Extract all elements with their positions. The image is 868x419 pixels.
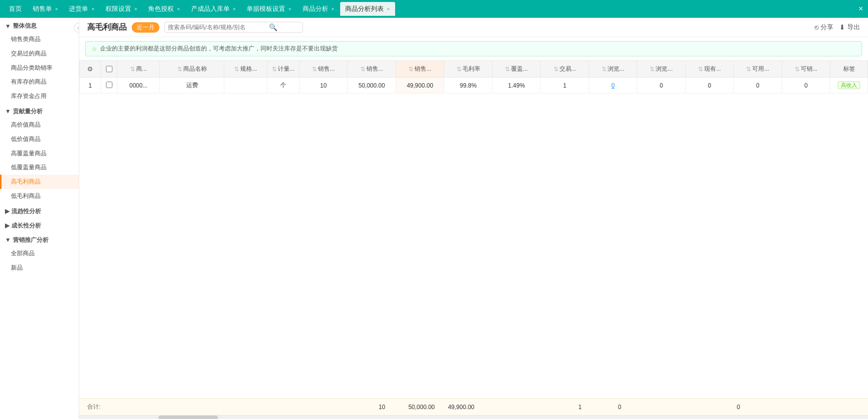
close-icon[interactable]: ×	[233, 6, 236, 12]
sidebar-item-category-rate[interactable]: 商品分类助销率	[0, 61, 79, 75]
cell-spec	[224, 78, 267, 93]
sidebar-item-low-value[interactable]: 低价值商品	[0, 132, 79, 146]
sidebar: « ▼ 整体信息 销售类商品 交易过的商品 商品分类助销率 有库存的商品 库存资…	[0, 18, 79, 419]
nav-role[interactable]: 角色授权 ×	[143, 2, 185, 16]
sidebar-item-in-stock[interactable]: 有库存的商品	[0, 75, 79, 89]
footer-cells: 10 50,000.00 49,900.00 1 0 0	[114, 404, 860, 411]
content-header: 高毛利商品 近一月 🔍 ⎋ 分享 ⬇ 导出	[79, 18, 868, 37]
nav-home[interactable]: 首页	[4, 2, 27, 16]
sort-icon: ⇅	[795, 66, 800, 73]
cell-current-stock: 0	[685, 78, 733, 93]
th-tag[interactable]: 标签	[830, 61, 868, 78]
filter-recent-month-btn[interactable]: 近一月	[132, 22, 159, 33]
th-check[interactable]	[101, 61, 117, 78]
top-nav: 首页 销售单 × 进货单 × 权限设置 × 角色授权 × 产成品入库单 × 单据…	[0, 0, 868, 18]
cell-sales-profit: 49,900.00	[396, 78, 444, 93]
sidebar-group-marketing[interactable]: ▼ 营销推广分析	[0, 232, 79, 246]
th-unit[interactable]: ⇅ 计量...	[267, 61, 300, 78]
sidebar-item-high-coverage[interactable]: 高覆盖量商品	[0, 146, 79, 161]
sidebar-group-growth[interactable]: ▶ 成长性分析	[0, 218, 79, 232]
footer-cell-empty1	[481, 404, 520, 411]
sort-icon: ⇅	[234, 66, 239, 73]
row-checkbox[interactable]	[106, 82, 112, 88]
footer-cell-empty3	[639, 404, 679, 411]
search-icon[interactable]: 🔍	[269, 23, 277, 31]
close-icon[interactable]: ×	[387, 6, 390, 12]
th-browse1[interactable]: ⇅ 浏览...	[589, 61, 637, 78]
chevron-down-icon: ▼	[5, 236, 11, 243]
settings-icon[interactable]: ⚙	[87, 65, 93, 73]
sort-icon: ⇅	[505, 66, 510, 73]
table-container: ⚙ ⇅ 商...	[79, 60, 868, 398]
sidebar-item-new-goods[interactable]: 新品	[0, 261, 79, 275]
sort-icon: ⇅	[602, 66, 607, 73]
chevron-right-icon: ▶	[5, 222, 9, 229]
cell-browse2: 0	[637, 78, 685, 93]
sidebar-item-low-margin[interactable]: 低毛利商品	[0, 189, 79, 203]
close-icon[interactable]: ×	[177, 6, 180, 12]
sidebar-group-overall[interactable]: ▼ 整体信息	[0, 18, 79, 32]
cell-browse1[interactable]: 0	[589, 78, 637, 93]
sidebar-group-trend[interactable]: ▶ 流趋性分析	[0, 203, 79, 218]
footer-sales-profit: 49,900.00	[441, 404, 481, 411]
nav-analysis-list[interactable]: 商品分析列表 ×	[340, 2, 395, 16]
footer-cell-empty5	[758, 404, 798, 411]
sidebar-item-high-value[interactable]: 高价值商品	[0, 118, 79, 132]
nav-template[interactable]: 单据模板设置 ×	[242, 2, 296, 16]
export-btn[interactable]: ⬇ 导出	[839, 23, 860, 32]
footer-available: 0	[718, 404, 758, 411]
sidebar-item-high-margin[interactable]: 高毛利商品	[0, 175, 79, 189]
th-browse2[interactable]: ⇅ 浏览...	[637, 61, 685, 78]
nav-sales[interactable]: 销售单 ×	[28, 2, 63, 16]
close-icon[interactable]: ×	[288, 6, 291, 12]
select-all-checkbox[interactable]	[106, 66, 112, 72]
th-saleable[interactable]: ⇅ 可销...	[782, 61, 830, 78]
th-code[interactable]: ⇅ 商...	[117, 61, 160, 78]
th-spec[interactable]: ⇅ 规格...	[224, 61, 267, 78]
window-close-icon[interactable]: ×	[859, 4, 863, 13]
th-gross-margin[interactable]: ⇅ 毛利率	[444, 61, 492, 78]
sort-icon: ⇅	[360, 66, 365, 73]
cell-transaction: 1	[541, 78, 589, 93]
sort-icon: ⇅	[130, 66, 135, 73]
main-layout: « ▼ 整体信息 销售类商品 交易过的商品 商品分类助销率 有库存的商品 库存资…	[0, 18, 868, 419]
share-btn[interactable]: ⎋ 分享	[815, 23, 833, 32]
header-actions: ⎋ 分享 ⬇ 导出	[815, 23, 860, 32]
data-table: ⚙ ⇅ 商...	[79, 60, 868, 93]
table-body: 1 0000... 运费 个 10 50,000.00 49,900.00 99…	[80, 78, 868, 93]
sidebar-item-traded-goods[interactable]: 交易过的商品	[0, 47, 79, 61]
th-coverage[interactable]: ⇅ 覆盖...	[492, 61, 540, 78]
sidebar-item-low-coverage[interactable]: 低覆盖量商品	[0, 160, 79, 175]
close-icon[interactable]: ×	[91, 6, 94, 12]
th-available[interactable]: ⇅ 可用...	[734, 61, 782, 78]
close-icon[interactable]: ×	[55, 6, 58, 12]
th-sales-amt[interactable]: ⇅ 销售...	[348, 61, 396, 78]
search-input[interactable]	[168, 24, 267, 31]
info-icon: ☆	[92, 46, 97, 52]
sidebar-item-sales-goods[interactable]: 销售类商品	[0, 32, 79, 47]
cell-coverage: 1.49%	[492, 78, 540, 93]
th-transaction[interactable]: ⇅ 交易...	[541, 61, 589, 78]
footer-sales-qty: 10	[362, 404, 402, 411]
nav-permission[interactable]: 权限设置 ×	[101, 2, 142, 16]
th-sales-profit[interactable]: ⇅ 销售...	[396, 61, 444, 78]
table-row: 1 0000... 运费 个 10 50,000.00 49,900.00 99…	[80, 78, 868, 93]
sort-icon: ⇅	[177, 66, 182, 73]
nav-analysis[interactable]: 商品分析 ×	[298, 2, 339, 16]
horizontal-scrollbar[interactable]	[79, 415, 868, 419]
th-current-stock[interactable]: ⇅ 现有...	[685, 61, 733, 78]
cell-check[interactable]	[101, 78, 117, 93]
cell-unit: 个	[267, 78, 300, 93]
sidebar-group-contribution[interactable]: ▼ 贡献量分析	[0, 103, 79, 118]
th-sales-qty[interactable]: ⇅ 销售...	[299, 61, 347, 78]
sidebar-item-all-goods[interactable]: 全部商品	[0, 246, 79, 261]
sidebar-item-stock-capital[interactable]: 库存资金占用	[0, 89, 79, 103]
close-icon[interactable]: ×	[134, 6, 137, 12]
sort-icon: ⇅	[457, 66, 461, 73]
nav-purchase[interactable]: 进货单 ×	[64, 2, 99, 16]
footer-cell-empty2	[520, 404, 560, 411]
nav-product-in[interactable]: 产成品入库单 ×	[186, 2, 241, 16]
close-icon[interactable]: ×	[331, 6, 334, 12]
th-name[interactable]: ⇅ 商品名称	[160, 61, 224, 78]
scroll-thumb[interactable]	[158, 416, 218, 419]
